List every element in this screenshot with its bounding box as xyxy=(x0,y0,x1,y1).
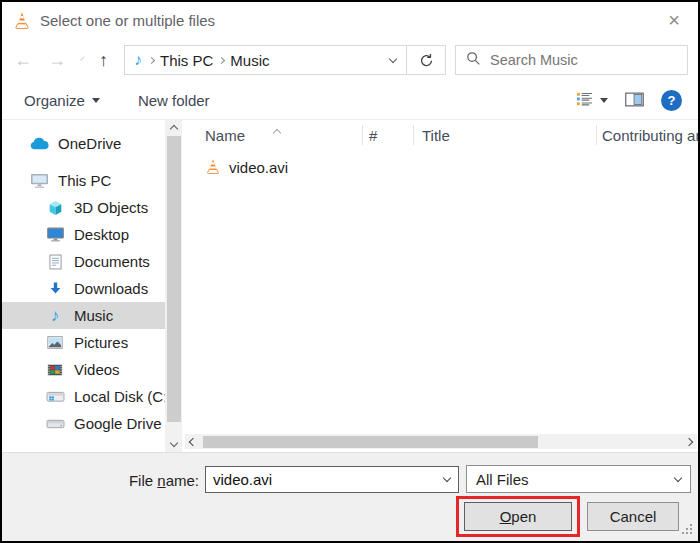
refresh-icon[interactable] xyxy=(407,46,445,74)
navigation-bar: ← → ↑ ♪ This PC Music xyxy=(2,38,698,82)
file-row-video-avi[interactable]: video.avi xyxy=(205,158,288,177)
gdrive-disk-icon xyxy=(45,418,65,430)
music-note-icon: ♪ xyxy=(45,306,65,326)
file-list-horizontal-scrollbar[interactable] xyxy=(185,434,697,449)
search-input[interactable] xyxy=(490,52,677,68)
window-title: Select one or multiple files xyxy=(40,12,215,29)
pictures-icon xyxy=(45,336,65,349)
sidebar-item-3d-objects[interactable]: 3D Objects xyxy=(2,194,165,221)
sidebar-item-onedrive[interactable]: OneDrive xyxy=(2,130,165,157)
forward-icon[interactable]: → xyxy=(48,51,66,69)
sidebar-item-downloads[interactable]: Downloads xyxy=(2,275,165,302)
sidebar-item-label: Pictures xyxy=(74,334,128,351)
sidebar-item-desktop[interactable]: Desktop xyxy=(2,221,165,248)
file-name-input[interactable] xyxy=(206,471,436,488)
file-open-dialog: Select one or multiple files × ← → ↑ ♪ T… xyxy=(0,0,700,543)
preview-pane-button[interactable] xyxy=(625,92,644,110)
file-type-value: All Files xyxy=(476,471,529,488)
scroll-left-icon[interactable] xyxy=(185,434,201,449)
sidebar-item-label: Documents xyxy=(74,253,150,270)
sidebar-item-label: Downloads xyxy=(74,280,148,297)
file-name-combobox[interactable] xyxy=(205,466,459,493)
sidebar-item-music[interactable]: ♪ Music xyxy=(2,302,165,329)
navigation-sidebar: OneDrive This PC 3D Objects xyxy=(2,120,165,452)
file-list-header: Name # Title Contributing art xyxy=(182,120,698,150)
search-box[interactable] xyxy=(455,45,688,75)
question-mark-icon: ? xyxy=(668,93,676,108)
sidebar-item-pictures[interactable]: Pictures xyxy=(2,329,165,356)
sidebar-item-label: Local Disk (C:) xyxy=(74,388,165,405)
sidebar-item-google-drive-g[interactable]: Google Drive (G: xyxy=(2,410,165,437)
scroll-up-icon[interactable] xyxy=(165,120,182,135)
this-pc-icon xyxy=(29,173,49,189)
column-header-number[interactable]: # xyxy=(369,127,377,144)
vlc-cone-icon xyxy=(205,158,221,177)
organize-label: Organize xyxy=(24,92,85,109)
breadcrumb-this-pc[interactable]: This PC xyxy=(154,52,219,69)
open-button[interactable]: Open xyxy=(464,502,572,531)
dialog-footer: File name: All Files Open Cancel xyxy=(2,452,698,541)
scrollbar-thumb[interactable] xyxy=(203,436,538,448)
new-folder-button[interactable]: New folder xyxy=(138,92,210,109)
recent-locations-chevron-icon[interactable] xyxy=(80,56,84,60)
sidebar-item-local-disk-c[interactable]: Local Disk (C:) xyxy=(2,383,165,410)
sidebar-item-label: Desktop xyxy=(74,226,129,243)
resize-grip-icon[interactable] xyxy=(682,521,693,538)
column-separator[interactable] xyxy=(362,125,363,145)
downloads-icon xyxy=(45,281,65,296)
column-separator[interactable] xyxy=(596,125,597,145)
scrollbar-thumb[interactable] xyxy=(167,136,181,422)
cancel-button[interactable]: Cancel xyxy=(587,502,679,531)
dropdown-caret-icon xyxy=(600,98,608,103)
file-type-select[interactable]: All Files xyxy=(466,465,691,493)
organize-button[interactable]: Organize xyxy=(24,92,100,109)
sort-ascending-icon xyxy=(274,122,280,139)
command-toolbar: Organize New folder xyxy=(2,82,698,120)
sidebar-item-documents[interactable]: Documents xyxy=(2,248,165,275)
sidebar-item-label: Google Drive (G: xyxy=(74,415,165,432)
file-list-panel: Name # Title Contributing art video.avi xyxy=(182,120,698,452)
up-icon[interactable]: ↑ xyxy=(99,51,108,69)
sidebar-item-this-pc[interactable]: This PC xyxy=(2,167,165,194)
sidebar-scrollbar[interactable] xyxy=(165,120,182,452)
back-icon[interactable]: ← xyxy=(14,51,32,69)
breadcrumb-music[interactable]: Music xyxy=(224,52,275,69)
address-dropdown-chevron-icon[interactable] xyxy=(389,54,397,62)
onedrive-cloud-icon xyxy=(29,137,49,151)
3d-objects-icon xyxy=(45,200,65,216)
view-options-button[interactable] xyxy=(576,91,608,110)
search-icon xyxy=(466,51,481,70)
music-note-icon: ♪ xyxy=(134,51,142,69)
file-name-label: File name: xyxy=(2,472,199,489)
dropdown-caret-icon xyxy=(92,98,100,103)
sidebar-item-label: This PC xyxy=(58,172,111,189)
new-folder-label: New folder xyxy=(138,92,210,109)
chevron-down-icon xyxy=(674,473,682,481)
column-header-name[interactable]: Name xyxy=(205,127,245,144)
videos-icon xyxy=(45,364,65,376)
list-view-icon xyxy=(576,91,593,110)
column-header-title[interactable]: Title xyxy=(422,127,450,144)
title-bar: Select one or multiple files × xyxy=(2,2,698,38)
scroll-right-icon[interactable] xyxy=(681,434,697,449)
documents-icon xyxy=(45,254,65,270)
scroll-down-icon[interactable] xyxy=(165,437,182,452)
column-header-contributing-artists[interactable]: Contributing art xyxy=(602,127,698,144)
sidebar-item-label: Music xyxy=(74,307,113,324)
sidebar-item-label: OneDrive xyxy=(58,135,121,152)
close-icon[interactable]: × xyxy=(664,10,684,30)
help-button[interactable]: ? xyxy=(661,90,682,111)
sidebar-item-label: 3D Objects xyxy=(74,199,148,216)
file-name: video.avi xyxy=(229,159,288,176)
chevron-down-icon[interactable] xyxy=(436,478,458,481)
sidebar-item-videos[interactable]: Videos xyxy=(2,356,165,383)
column-separator[interactable] xyxy=(413,125,414,145)
sidebar-item-label: Videos xyxy=(74,361,120,378)
desktop-icon xyxy=(45,227,65,242)
vlc-cone-icon xyxy=(12,11,32,29)
address-bar[interactable]: ♪ This PC Music xyxy=(124,45,446,75)
local-disk-icon xyxy=(45,391,65,403)
